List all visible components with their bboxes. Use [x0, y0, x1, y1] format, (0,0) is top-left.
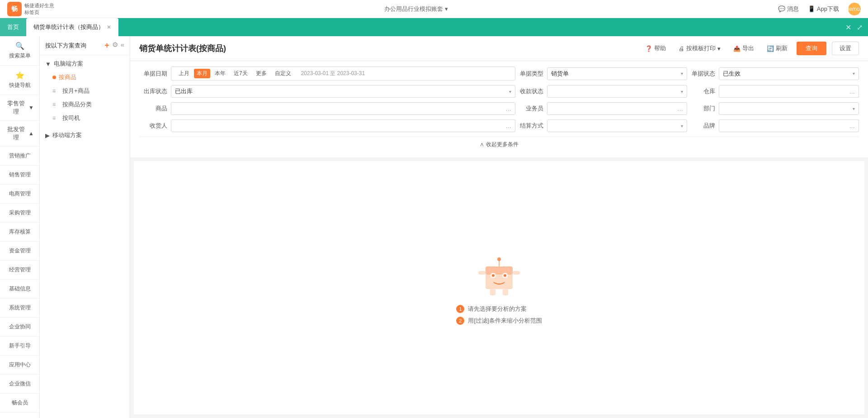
tab-close-icon[interactable]: ✕: [107, 24, 111, 30]
empty-tip-2: 2 用[过滤]条件来缩小分析范围: [456, 317, 542, 325]
filter-receiver-label: 收货人: [139, 122, 171, 130]
query-btn[interactable]: 查询: [797, 42, 826, 55]
top-bar: 畅 畅捷通好生意 标签页 办公用品行业模拟账套 ▾ 💬 消息 📱 App下载 d…: [0, 0, 868, 18]
message-btn[interactable]: 💬 消息: [778, 5, 799, 13]
settings-scheme-btn[interactable]: ⚙: [112, 41, 118, 50]
filter-warehouse-item: 仓库 …: [687, 85, 859, 98]
sidebar-item-sales[interactable]: 销售管理: [0, 166, 39, 185]
sidebar-item-system[interactable]: 系统管理: [0, 299, 39, 318]
filter-dept-item: 部门 ▾: [687, 102, 859, 115]
export-icon: 📤: [733, 45, 741, 52]
filter-receiver-item: 收货人 …: [139, 119, 515, 132]
filter-paymentmethod-control[interactable]: ▾: [547, 119, 687, 132]
filter-outstatus-control[interactable]: 已出库 ▾: [171, 85, 515, 98]
tab-bar-actions: ✕ ⤢: [845, 23, 868, 32]
tab-expand-icon[interactable]: ⤢: [857, 23, 863, 32]
filter-paymentstatus-item: 收款状态 ▾: [515, 85, 687, 98]
avatar[interactable]: demo2: [848, 3, 861, 15]
filter-receiver-control[interactable]: …: [171, 119, 515, 132]
help-btn[interactable]: ❓ 帮助: [642, 43, 670, 54]
filter-brand-control[interactable]: …: [719, 119, 859, 132]
salesman-dots-icon[interactable]: …: [677, 105, 683, 112]
print-icon: 🖨: [679, 45, 684, 52]
svg-point-7: [497, 257, 501, 261]
filter-doctype-label: 单据类型: [515, 70, 547, 78]
svg-rect-1: [486, 266, 513, 275]
scheme-item-by-cashier[interactable]: ≡ 按司机: [40, 111, 130, 125]
scheme-item-by-goods-cat[interactable]: ≡ 按商品分类: [40, 98, 130, 111]
collapse-filter-btn[interactable]: ∧ 收起更多条件: [139, 137, 859, 152]
outstatus-arrow-icon: ▾: [509, 89, 511, 94]
tab-bar: 首页 销货单统计计表（按商品） ✕ ✕ ⤢: [0, 18, 868, 36]
sidebar-item-vip[interactable]: 畅会员: [0, 394, 39, 413]
collapse-panel-btn[interactable]: «: [121, 41, 124, 50]
filter-outstatus-label: 出库状态: [139, 87, 171, 95]
logo-area: 畅 畅捷通好生意 标签页: [7, 2, 54, 16]
date-tab-custom[interactable]: 自定义: [271, 69, 295, 78]
warehouse-dots-icon[interactable]: …: [849, 88, 855, 95]
retail-arrow-icon: ▼: [28, 104, 34, 111]
sidebar-item-basic[interactable]: 基础信息: [0, 280, 39, 299]
sidebar-item-wholesale[interactable]: 批发管理 ▲: [0, 121, 39, 147]
scheme-item-by-goods[interactable]: 按商品: [40, 71, 130, 84]
date-tab-more[interactable]: 更多: [252, 69, 270, 78]
scheme-item-by-month-goods[interactable]: ≡ 按月+商品: [40, 84, 130, 98]
filter-date-item: 单据日期 上月 本月 本年 近7天 更多 自定义 2023-03-01 至 20…: [139, 66, 515, 81]
receiver-dots-icon[interactable]: …: [505, 123, 511, 129]
date-tab-lastmonth[interactable]: 上月: [175, 69, 193, 78]
tab-close-all-icon[interactable]: ✕: [845, 23, 851, 32]
refresh-icon: 🔄: [767, 45, 774, 52]
filter-dept-control[interactable]: ▾: [719, 102, 859, 115]
brand-dots-icon[interactable]: …: [849, 123, 855, 129]
sidebar-item-enterprise[interactable]: 企业协同: [0, 318, 39, 337]
page-title-row: 销货单统计计表(按商品) ❓ 帮助 🖨 按模板打印 ▾ 📤: [139, 42, 859, 55]
empty-illustration: [472, 251, 526, 296]
sidebar-item-operation[interactable]: 经营管理: [0, 261, 39, 280]
sidebar-item-purchase[interactable]: 采购管理: [0, 204, 39, 223]
filter-docstatus-control[interactable]: 已生效 ▾: [719, 67, 859, 80]
date-tab-thismonth[interactable]: 本月: [194, 69, 210, 78]
print-btn[interactable]: 🖨 按模板打印 ▾: [675, 43, 724, 54]
sidebar: 🔍 搜索菜单 ⭐ 快捷导航 零售管理 ▼ 批发管理 ▲ 营销推广 销售管理 电商…: [0, 36, 40, 418]
top-bar-center[interactable]: 办公用品行业模拟账套 ▾: [384, 5, 448, 13]
filter-doctype-control[interactable]: 销货单 ▾: [547, 67, 687, 80]
paymentstatus-arrow-icon: ▾: [681, 89, 683, 94]
export-btn[interactable]: 📤 导出: [730, 43, 758, 54]
tab-home[interactable]: 首页: [0, 18, 26, 36]
active-dot-icon: [52, 76, 56, 79]
sidebar-item-appcenter[interactable]: 应用中心: [0, 356, 39, 375]
filter-docstatus-item: 单据状态 已生效 ▾: [687, 67, 859, 80]
sidebar-item-retail[interactable]: 零售管理 ▼: [0, 95, 39, 121]
filter-salesman-control[interactable]: …: [547, 102, 687, 115]
top-center-arrow-icon[interactable]: ▾: [445, 5, 448, 12]
sidebar-item-marketing[interactable]: 营销推广: [0, 147, 39, 166]
date-tab-thisyear[interactable]: 本年: [211, 69, 229, 78]
add-scheme-btn[interactable]: +: [104, 41, 109, 50]
sidebar-item-guide[interactable]: 新手引导: [0, 337, 39, 356]
filter-outstatus-item: 出库状态 已出库 ▾: [139, 85, 515, 98]
filter-form: 单据日期 上月 本月 本年 近7天 更多 自定义 2023-03-01 至 20…: [130, 61, 868, 157]
filter-goods-control[interactable]: …: [171, 102, 515, 115]
filter-paymentstatus-control[interactable]: ▾: [547, 85, 687, 98]
filter-warehouse-label: 仓库: [687, 87, 719, 95]
pc-scheme-group-header[interactable]: ▼ 电脑端方案: [40, 57, 130, 71]
docstatus-value: 已生效: [723, 70, 851, 78]
sidebar-item-finance[interactable]: 资金管理: [0, 242, 39, 261]
sidebar-item-weixin[interactable]: 企业微信: [0, 375, 39, 394]
sidebar-item-search[interactable]: 🔍 搜索菜单: [0, 36, 39, 66]
sidebar-item-inventory[interactable]: 库存核算: [0, 223, 39, 242]
date-tab-7days[interactable]: 近7天: [230, 69, 251, 78]
mobile-group-arrow-icon: ▶: [45, 132, 50, 139]
app-download-btn[interactable]: 📱 App下载: [808, 5, 839, 13]
mobile-scheme-group-header[interactable]: ▶ 移动端方案: [40, 128, 130, 142]
tip-num-2: 2: [456, 317, 464, 325]
svg-point-5: [504, 274, 506, 277]
goods-dots-icon[interactable]: …: [505, 105, 511, 112]
tab-sales-stat[interactable]: 销货单统计计表（按商品） ✕: [26, 18, 118, 36]
filter-date-control: 上月 本月 本年 近7天 更多 自定义 2023-03-01 至 2023-03…: [171, 66, 515, 81]
filter-warehouse-control[interactable]: …: [719, 85, 859, 98]
refresh-btn[interactable]: 🔄 刷新: [763, 43, 791, 54]
settings-btn[interactable]: 设置: [832, 42, 859, 55]
sidebar-item-ecommerce[interactable]: 电商管理: [0, 185, 39, 204]
sidebar-item-quicknav[interactable]: ⭐ 快捷导航: [0, 66, 39, 95]
